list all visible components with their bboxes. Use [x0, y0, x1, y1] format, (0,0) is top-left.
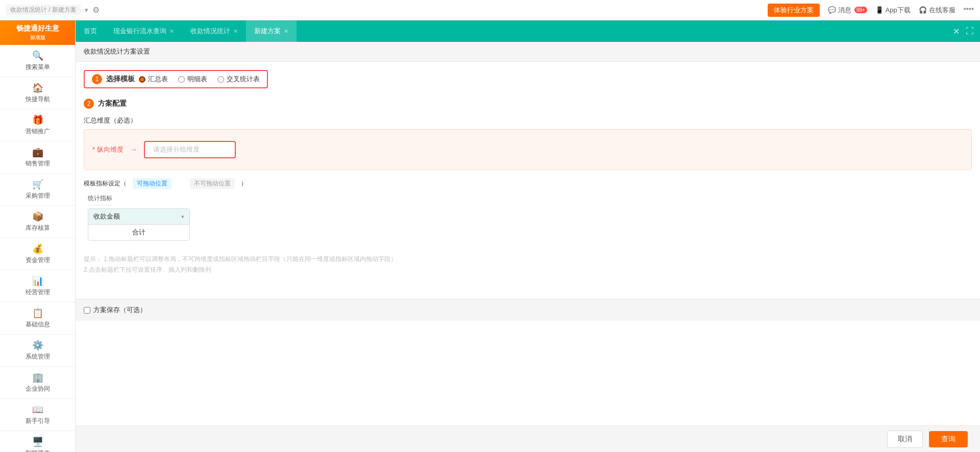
header-left: 收款情况统计 / 新建方案 ▾ ⚙ — [6, 5, 100, 15]
sidebar-item-label: 营销推广 — [26, 127, 50, 136]
page-content: 收款情况统计方案设置 1 选择模板 汇总表 — [76, 42, 980, 425]
sidebar-item-system[interactable]: ⚙️ 系统管理 — [0, 335, 75, 367]
management-icon: 📊 — [32, 275, 43, 287]
sidebar-item-guide[interactable]: 📖 新手引导 — [0, 399, 75, 431]
app-download-btn[interactable]: 📱 App下载 — [875, 6, 911, 15]
tab-home[interactable]: 首页 — [76, 20, 105, 42]
radio-jiaocha[interactable]: 交叉统计表 — [217, 75, 260, 84]
search-icon: 🔍 — [32, 50, 43, 61]
save-option-label[interactable]: 方案保存（可选） — [84, 305, 146, 315]
system-icon: ⚙️ — [32, 340, 43, 351]
metrics-label: 统计指标 — [88, 194, 112, 205]
sidebar-item-hardware[interactable]: 🖥️ 智能硬件 — [0, 431, 75, 452]
metrics-config-label-row: 模板指标设定（ 可拖动位置 不可拖动位置 ） — [84, 178, 972, 189]
bottom-save-area: 方案保存（可选） — [76, 299, 980, 321]
can-drag-badge: 可拖动位置 — [133, 178, 172, 189]
notification-btn[interactable]: 💬 消息 99+ — [828, 6, 867, 15]
step2-header: 2 方案配置 — [84, 99, 972, 109]
radio-mingxi-input[interactable] — [178, 76, 185, 83]
tab-cash-flow[interactable]: 现金银行流水查询 ✕ — [105, 20, 182, 42]
step1-section: 1 选择模板 汇总表 明细表 — [84, 70, 972, 88]
sidebar-item-inventory[interactable]: 📦 库存核算 — [0, 206, 75, 238]
tab-cash-flow-label: 现金银行流水查询 — [113, 27, 166, 36]
metrics-grid: 收款金额 ▾ 合计 — [88, 208, 190, 241]
metrics-config-label: 模板指标设定（ — [84, 179, 127, 188]
sidebar-item-finance[interactable]: 💰 资金管理 — [0, 238, 75, 270]
sidebar-item-label: 新手引导 — [26, 417, 50, 425]
page-title: 收款情况统计方案设置 — [84, 47, 150, 55]
tab-new-plan-close[interactable]: ✕ — [284, 28, 288, 35]
query-button[interactable]: 查询 — [929, 431, 968, 447]
radio-mingxi-label: 明细表 — [187, 75, 207, 84]
enterprise-icon: 🏢 — [32, 372, 43, 383]
sidebar-item-label: 采购管理 — [26, 192, 50, 200]
metrics-dropdown-icon[interactable]: ▾ — [181, 213, 184, 220]
tab-new-plan-label: 新建方案 — [254, 27, 281, 36]
sales-icon: 💼 — [32, 147, 43, 158]
sidebar-item-label: 经营管理 — [26, 288, 50, 297]
form-area: 1 选择模板 汇总表 明细表 — [76, 62, 980, 299]
sidebar-item-management[interactable]: 📊 经营管理 — [0, 270, 75, 302]
vertical-dimension-label: * 纵向维度 — [92, 145, 124, 154]
logo: 畅捷通好生意 标准版 — [0, 20, 75, 45]
gear-icon[interactable]: ⚙ — [92, 5, 100, 15]
radio-huizong-input[interactable] — [139, 76, 145, 83]
template-radio-group: 汇总表 明细表 交叉统计表 — [139, 75, 260, 84]
radio-jiaocha-input[interactable] — [217, 76, 224, 83]
home-icon: 🏠 — [32, 82, 43, 93]
no-drag-badge: 不可拖动位置 — [190, 178, 235, 189]
basic-icon: 📋 — [32, 307, 43, 319]
page-header: 收款情况统计方案设置 — [76, 42, 980, 62]
sidebar-item-search[interactable]: 🔍 搜索菜单 — [0, 45, 75, 77]
sidebar-item-basic[interactable]: 📋 基础信息 — [0, 302, 75, 335]
radio-jiaocha-label: 交叉统计表 — [227, 75, 260, 84]
dimension-label-row: 汇总维度（必选） — [84, 116, 972, 125]
service-icon: 🎧 — [919, 6, 927, 14]
user-area[interactable]: **** — [964, 6, 974, 14]
tab-new-plan[interactable]: 新建方案 ✕ — [246, 20, 297, 42]
step1-title: 选择模板 — [106, 75, 135, 84]
sidebar-item-label: 智能硬件 — [26, 449, 50, 452]
sidebar-item-label: 库存核算 — [26, 224, 50, 232]
arrow-right-icon: → — [130, 145, 138, 154]
step2-num: 2 — [84, 99, 94, 109]
save-checkbox[interactable] — [84, 307, 90, 314]
message-icon: 💬 — [828, 6, 836, 14]
online-service-btn[interactable]: 🎧 在线客服 — [919, 6, 955, 15]
dropdown-icon[interactable]: ▾ — [85, 6, 88, 14]
radio-huizong[interactable]: 汇总表 — [139, 75, 168, 84]
inventory-icon: 📦 — [32, 211, 43, 222]
separator — [178, 179, 184, 188]
notification-label: 消息 — [838, 6, 851, 15]
metrics-header-cell[interactable]: 收款金额 ▾ — [88, 209, 189, 225]
sidebar-item-marketing[interactable]: 🎁 营销推广 — [0, 109, 75, 141]
sidebar-item-purchase[interactable]: 🛒 采购管理 — [0, 174, 75, 206]
radio-mingxi[interactable]: 明细表 — [178, 75, 207, 84]
tab-close-all-icon[interactable]: ✕ — [953, 27, 960, 36]
logo-text: 畅捷通好生意 — [16, 24, 59, 33]
breadcrumb-path: 收款情况统计 / 新建方案 — [6, 5, 81, 15]
metrics-header-text: 收款金额 — [93, 212, 120, 221]
sidebar-item-sales[interactable]: 💼 销售管理 — [0, 141, 75, 174]
finance-icon: 💰 — [32, 243, 43, 254]
metrics-grid-area: 统计指标 收款金额 ▾ 合计 — [84, 194, 972, 241]
save-option-text: 方案保存（可选） — [93, 305, 146, 315]
footer-bar: 取消 查询 — [76, 425, 980, 452]
tab-cash-flow-close[interactable]: ✕ — [169, 28, 174, 35]
tab-receipt-stat[interactable]: 收款情况统计 ✕ — [182, 20, 246, 42]
sidebar-item-enterprise[interactable]: 🏢 企业协同 — [0, 367, 75, 399]
tab-receipt-stat-close[interactable]: ✕ — [233, 28, 238, 35]
sidebar-item-nav[interactable]: 🏠 快捷导航 — [0, 77, 75, 109]
tab-controls: ✕ ⛶ — [947, 27, 980, 36]
tab-maximize-icon[interactable]: ⛶ — [966, 27, 974, 36]
notification-badge: 99+ — [854, 7, 867, 13]
tip-line-2: 2.点击标题栏下拉可设置排序、插入列和删除列 — [84, 266, 972, 274]
dimension-select[interactable]: 请选择分组维度 — [144, 141, 236, 158]
tab-receipt-stat-label: 收款情况统计 — [190, 27, 230, 36]
cancel-button[interactable]: 取消 — [887, 431, 923, 448]
metrics-body-cell: 合计 — [88, 225, 189, 240]
trial-btn[interactable]: 体验行业方案 — [768, 4, 820, 17]
user-name: **** — [964, 6, 974, 14]
tip-line-1: 提示： 1.拖动标题栏可以调整布局，不可跨维度或指标区域拖动栏目字段（只能在同一… — [84, 255, 972, 264]
tab-bar: 首页 现金银行流水查询 ✕ 收款情况统计 ✕ 新建方案 ✕ ✕ ⛶ — [76, 20, 980, 42]
